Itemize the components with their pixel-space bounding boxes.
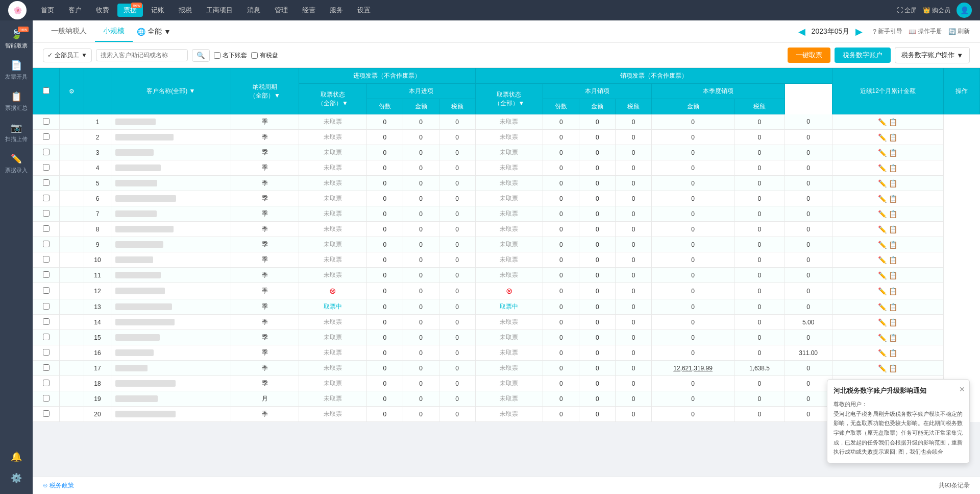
tab-small-scale[interactable]: 小规模 xyxy=(95,21,133,42)
tax-digital-account-button[interactable]: 税务数字账户 xyxy=(835,48,891,63)
tab-all[interactable]: 🌐 全能 ▼ xyxy=(133,25,175,38)
row-checkbox[interactable] xyxy=(43,118,50,125)
edit-icon[interactable]: ✏️ xyxy=(878,271,887,279)
row-checkbox[interactable] xyxy=(43,241,50,247)
nav-service[interactable]: 服务 xyxy=(324,4,349,17)
copy-icon[interactable]: 📋 xyxy=(889,303,897,311)
th-client-name[interactable]: 客户名称(全部) ▼ xyxy=(111,68,231,114)
notification-close-button[interactable]: ✕ xyxy=(959,384,965,395)
edit-icon[interactable]: ✏️ xyxy=(878,195,887,203)
edit-icon[interactable]: ✏️ xyxy=(878,210,887,218)
has-tax-disk-checkbox[interactable] xyxy=(251,52,258,59)
nav-home[interactable]: 首页 xyxy=(35,4,60,17)
period-next-button[interactable]: ▶ xyxy=(855,26,863,37)
copy-icon[interactable]: 📋 xyxy=(889,210,897,218)
checkbox-has-tax-disk[interactable]: 有税盘 xyxy=(251,51,278,60)
nav-invoice[interactable]: 票据 new xyxy=(117,4,143,17)
sidebar-item-settings[interactable]: ⚙️ xyxy=(2,468,31,488)
edit-icon[interactable]: ✏️ xyxy=(878,241,887,249)
copy-icon[interactable]: 📋 xyxy=(889,271,897,279)
employee-select[interactable]: ✓ 全部员工 ▼ xyxy=(43,49,92,62)
nav-operation[interactable]: 经营 xyxy=(296,4,322,17)
row-checkbox[interactable] xyxy=(43,410,50,417)
nav-fee[interactable]: 收费 xyxy=(90,4,115,17)
sidebar-item-invoice-summary[interactable]: 📋 票据汇总 xyxy=(2,87,31,116)
tax-digital-account-ops-button[interactable]: 税务数字账户操作 ▼ xyxy=(895,47,970,63)
sidebar-item-notification[interactable]: 🔔 xyxy=(2,447,31,466)
row-checkbox[interactable] xyxy=(43,303,50,310)
row-checkbox[interactable] xyxy=(43,195,50,201)
subordinate-accounts-checkbox[interactable] xyxy=(214,52,220,59)
nav-manage[interactable]: 管理 xyxy=(268,4,294,17)
edit-icon[interactable]: ✏️ xyxy=(878,149,887,157)
membership-button[interactable]: 👑 购会员 xyxy=(923,6,950,15)
row-checkbox[interactable] xyxy=(43,395,50,402)
row-checkbox[interactable] xyxy=(43,287,50,294)
copy-icon[interactable]: 📋 xyxy=(889,256,897,264)
nav-message[interactable]: 消息 xyxy=(241,4,266,17)
row-checkbox[interactable] xyxy=(43,318,50,325)
edit-icon[interactable]: ✏️ xyxy=(878,133,887,142)
row-checkbox[interactable] xyxy=(43,380,50,386)
row-checkbox[interactable] xyxy=(43,334,50,340)
nav-tax[interactable]: 报税 xyxy=(173,4,198,17)
copy-icon[interactable]: 📋 xyxy=(889,364,897,372)
nav-settings[interactable]: 设置 xyxy=(351,4,377,17)
manual-button[interactable]: 📖 操作手册 xyxy=(909,27,942,36)
edit-icon[interactable]: ✏️ xyxy=(878,349,887,357)
edit-icon[interactable]: ✏️ xyxy=(878,364,887,372)
copy-icon[interactable]: 📋 xyxy=(889,164,897,172)
copy-icon[interactable]: 📋 xyxy=(889,287,897,295)
search-input[interactable] xyxy=(96,49,188,61)
copy-icon[interactable]: 📋 xyxy=(889,133,897,142)
edit-icon[interactable]: ✏️ xyxy=(878,179,887,187)
copy-icon[interactable]: 📋 xyxy=(889,318,897,326)
one-click-ticket-button[interactable]: 一键取票 xyxy=(788,48,830,63)
nav-business[interactable]: 工商项目 xyxy=(200,4,239,17)
copy-icon[interactable]: 📋 xyxy=(889,241,897,249)
nav-client[interactable]: 客户 xyxy=(62,4,88,17)
sidebar-item-smart-ticket[interactable]: 🍃 智能取票 new xyxy=(2,25,31,54)
search-button[interactable]: 🔍 xyxy=(192,49,210,62)
row-checkbox[interactable] xyxy=(43,225,50,232)
sidebar-item-scan-upload[interactable]: 📷 扫描上传 xyxy=(2,118,31,147)
row-checkbox[interactable] xyxy=(43,149,50,155)
checkbox-subordinate-accounts[interactable]: 名下账套 xyxy=(214,51,247,60)
tab-general-taxpayer[interactable]: 一般纳税人 xyxy=(43,21,95,42)
sidebar-item-invoice-issue[interactable]: 📄 发票开具 xyxy=(2,56,31,85)
fullscreen-button[interactable]: ⛶ 全屏 xyxy=(897,6,917,15)
copy-icon[interactable]: 📋 xyxy=(889,349,897,357)
row-checkbox[interactable] xyxy=(43,349,50,356)
guide-button[interactable]: ? 新手引导 xyxy=(873,27,902,36)
row-checkbox[interactable] xyxy=(43,364,50,371)
edit-icon[interactable]: ✏️ xyxy=(878,287,887,295)
edit-icon[interactable]: ✏️ xyxy=(878,334,887,342)
edit-icon[interactable]: ✏️ xyxy=(878,225,887,233)
row-checkbox[interactable] xyxy=(43,133,50,140)
row-checkbox[interactable] xyxy=(43,179,50,186)
edit-icon[interactable]: ✏️ xyxy=(878,256,887,264)
edit-icon[interactable]: ✏️ xyxy=(878,118,887,126)
sidebar-item-invoice-entry[interactable]: ✏️ 票据录入 xyxy=(2,149,31,178)
tax-policy-link[interactable]: ⊙ 税务政策 xyxy=(43,481,74,490)
row-checkbox[interactable] xyxy=(43,164,50,171)
refresh-button[interactable]: 🔄 刷新 xyxy=(948,27,970,36)
copy-icon[interactable]: 📋 xyxy=(889,179,897,187)
edit-icon[interactable]: ✏️ xyxy=(878,164,887,172)
select-all-checkbox[interactable] xyxy=(43,87,50,94)
edit-icon[interactable]: ✏️ xyxy=(878,318,887,326)
copy-icon[interactable]: 📋 xyxy=(889,334,897,342)
copy-icon[interactable]: 📋 xyxy=(889,149,897,157)
row-checkbox[interactable] xyxy=(43,256,50,263)
row-checkbox[interactable] xyxy=(43,271,50,278)
edit-icon[interactable]: ✏️ xyxy=(878,303,887,311)
th-tax-period[interactable]: 纳税周期（全部）▼ xyxy=(231,68,299,114)
row-checkbox[interactable] xyxy=(43,210,50,217)
copy-icon[interactable]: 📋 xyxy=(889,225,897,233)
user-avatar[interactable]: 👤 xyxy=(957,3,972,18)
th-out-status[interactable]: 取票状态（全部）▼ xyxy=(475,84,543,114)
copy-icon[interactable]: 📋 xyxy=(889,195,897,203)
th-in-status[interactable]: 取票状态（全部）▼ xyxy=(299,84,366,114)
copy-icon[interactable]: 📋 xyxy=(889,118,897,126)
nav-accounting[interactable]: 记账 xyxy=(145,4,170,17)
